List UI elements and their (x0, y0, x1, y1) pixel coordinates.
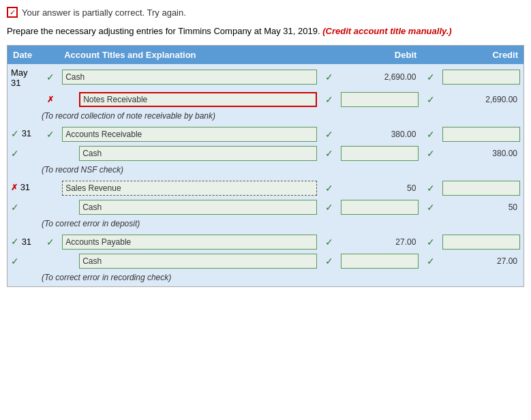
table-row: ✗ ✓ ✓ 2,690.00 (7, 90, 524, 109)
entry4-debit-amount-cell: 27.00 (337, 232, 422, 252)
entry4-credit-check3: ✓ (422, 252, 439, 271)
entry1-debit-account-input[interactable] (62, 70, 317, 85)
entry4-debit-check: ✓ (42, 232, 59, 252)
entry2-credit-account-input[interactable] (79, 146, 317, 161)
table-row: (To record collection of note receivable… (7, 109, 524, 125)
entry2-credit-value: 380.00 (442, 149, 520, 158)
entry2-note: (To record NSF check) (7, 163, 524, 179)
table-row: ✓ 31 ✓ ✓ 380.00 ✓ (7, 125, 524, 144)
instruction: Prepare the necessary adjusting entries … (7, 25, 524, 38)
header-account: Account Titles and Explanation (59, 45, 320, 64)
entry3-credit-account-input[interactable] (79, 200, 317, 215)
entry4-debit-account-cell (59, 232, 320, 252)
entry4-debit-value: 27.00 (341, 237, 419, 247)
entry3-debit-amount-cell: 50 (337, 179, 422, 198)
header-credit: Credit (439, 45, 524, 64)
entry3-credit-date: ✓ (7, 198, 42, 217)
entry3-credit-check3: ✓ (422, 198, 439, 217)
entry2-credit-debit-amount (337, 144, 422, 163)
entry4-credit-account-input[interactable] (79, 254, 317, 269)
entry4-credit-input[interactable] (442, 235, 520, 250)
entry1-credit-debit-amount (337, 90, 422, 109)
entry1-credit-check3: ✓ (422, 90, 439, 109)
entry2-credit-check: ✓ (422, 125, 439, 144)
entry4-credit-check2: ✓ (320, 252, 337, 271)
entry4-credit-date: ✓ (7, 252, 42, 271)
entry2-credit-account-cell (59, 144, 320, 163)
entry3-credit-input[interactable] (442, 181, 520, 196)
entry3-date: ✗ 31 (7, 179, 42, 198)
entry2-debit-account-input[interactable] (62, 127, 317, 142)
status-bar: ✓ Your answer is partially correct. Try … (7, 7, 524, 18)
entry1-credit-check: ✓ (422, 64, 439, 90)
entry3-credit-credit-amount: 50 (439, 198, 524, 217)
entry1-debit-account-cell (59, 64, 320, 90)
entry4-credit-amount-cell (439, 232, 524, 252)
entry2-credit-check2: ✓ (320, 144, 337, 163)
entry3-credit-debit-input[interactable] (341, 200, 419, 215)
entry4-credit-value: 27.00 (442, 256, 520, 266)
instruction-text: Prepare the necessary adjusting entries … (7, 26, 320, 36)
entry3-debit-check (42, 179, 59, 198)
entry3-credit-check2: ✓ (320, 198, 337, 217)
entry1-debit-value: 2,690.00 (341, 72, 419, 82)
header-check3 (422, 45, 439, 64)
entry1-credit-debit-input[interactable] (341, 92, 419, 107)
entry4-credit-account-cell (59, 252, 320, 271)
entry3-note: (To correct error in deposit) (7, 217, 524, 232)
entry4-debit-check2: ✓ (320, 232, 337, 252)
entry1-credit-amount-cell (439, 64, 524, 90)
entry4-date: ✓ 31 (7, 232, 42, 252)
entry2-credit-debit-input[interactable] (341, 146, 419, 161)
table-row: ✓ ✓ ✓ 27.00 (7, 252, 524, 271)
entry1-credit-input[interactable] (442, 70, 520, 85)
entry2-date: ✓ 31 (7, 125, 42, 144)
entry3-credit-debit-amount (337, 198, 422, 217)
entry3-debit-check2: ✓ (320, 179, 337, 198)
entry3-credit-check-left (42, 198, 59, 217)
table-row: ✓ ✓ ✓ 380.00 (7, 144, 524, 163)
entry2-credit-date: ✓ (7, 144, 42, 163)
entry2-credit-amount-cell (439, 125, 524, 144)
entry3-credit-amount-cell (439, 179, 524, 198)
entry4-note: (To correct error in recording check) (7, 271, 524, 287)
table-row: May 31 ✓ ✓ 2,690.00 ✓ (7, 64, 524, 90)
header-check2 (320, 45, 337, 64)
entry2-debit-check2: ✓ (320, 125, 337, 144)
entry1-credit-check2: ✓ (320, 90, 337, 109)
entry4-credit-debit-input[interactable] (341, 254, 419, 269)
entry1-debit-check2: ✓ (320, 64, 337, 90)
entry3-credit-value: 50 (442, 202, 520, 212)
entry4-debit-account-input[interactable] (62, 235, 317, 250)
entry1-credit-account-input[interactable] (79, 92, 317, 107)
entry3-credit-check: ✓ (422, 179, 439, 198)
header-debit: Debit (337, 45, 422, 64)
entry2-credit-credit-amount: 380.00 (439, 144, 524, 163)
entry1-credit-account-cell (59, 90, 320, 109)
entry2-credit-check-left (42, 144, 59, 163)
header-check1 (42, 45, 59, 64)
entry4-credit-credit-amount: 27.00 (439, 252, 524, 271)
status-message: Your answer is partially correct. Try ag… (22, 7, 186, 18)
entry2-credit-input[interactable] (442, 127, 520, 142)
entry1-debit-check: ✓ (42, 64, 59, 90)
entry1-date: May 31 (7, 64, 42, 90)
journal-table: Date Account Titles and Explanation Debi… (7, 45, 524, 287)
table-row: ✗ 31 ✓ 50 ✓ (7, 179, 524, 198)
entry2-debit-value: 380.00 (341, 130, 419, 139)
table-row: (To record NSF check) (7, 163, 524, 179)
table-row: (To correct error in deposit) (7, 217, 524, 232)
entry1-debit-amount-cell: 2,690.00 (337, 64, 422, 90)
entry3-debit-account-input[interactable] (62, 181, 317, 196)
entry1-credit-check-left: ✗ (42, 90, 59, 109)
entry3-debit-value: 50 (341, 183, 419, 193)
entry2-debit-account-cell (59, 125, 320, 144)
entry2-debit-check: ✓ (42, 125, 59, 144)
table-row: (To correct error in recording check) (7, 271, 524, 287)
entry2-debit-amount-cell: 380.00 (337, 125, 422, 144)
status-icon: ✓ (7, 7, 18, 18)
table-row: ✓ ✓ ✓ 50 (7, 198, 524, 217)
entry3-debit-account-cell (59, 179, 320, 198)
entry4-credit-check-left (42, 252, 59, 271)
entry1-note: (To record collection of note receivable… (7, 109, 524, 125)
